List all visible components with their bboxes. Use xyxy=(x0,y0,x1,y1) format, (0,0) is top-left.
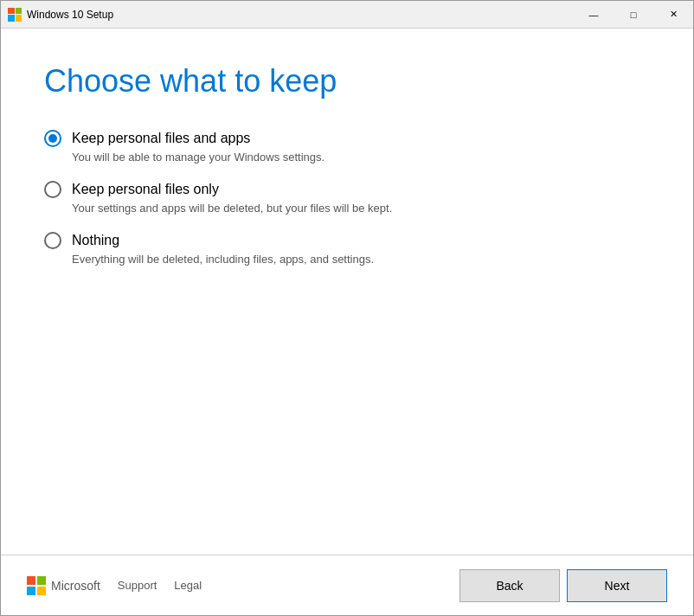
microsoft-logo: Microsoft xyxy=(27,576,100,595)
footer-buttons: Back Next xyxy=(459,569,667,602)
maximize-button[interactable]: □ xyxy=(614,1,653,29)
option-keep-all-label: Keep personal files and apps xyxy=(72,131,250,146)
footer-left: Microsoft Support Legal xyxy=(27,576,202,595)
option-keep-files-label: Keep personal files only xyxy=(72,182,219,197)
ms-squares-icon xyxy=(27,576,46,595)
support-link[interactable]: Support xyxy=(118,579,157,592)
microsoft-label: Microsoft xyxy=(51,579,100,593)
titlebar: Windows 10 Setup — □ ✕ xyxy=(1,1,693,29)
option-keep-all: Keep personal files and apps You will be… xyxy=(44,130,650,164)
window-title: Windows 10 Setup xyxy=(27,9,113,21)
legal-link[interactable]: Legal xyxy=(174,579,202,592)
radio-nothing[interactable] xyxy=(44,232,61,249)
footer: Microsoft Support Legal Back Next xyxy=(1,555,693,615)
window-controls: — □ ✕ xyxy=(574,1,693,29)
option-keep-files-row[interactable]: Keep personal files only xyxy=(44,181,650,198)
next-button[interactable]: Next xyxy=(567,569,667,602)
titlebar-left: Windows 10 Setup xyxy=(8,8,113,22)
ms-sq-blue xyxy=(27,587,35,595)
ms-sq-green xyxy=(37,576,46,585)
app-icon xyxy=(8,8,22,22)
close-button[interactable]: ✕ xyxy=(653,1,693,29)
main-content: Choose what to keep Keep personal files … xyxy=(1,29,693,555)
option-nothing-label: Nothing xyxy=(72,233,119,248)
back-button[interactable]: Back xyxy=(459,569,560,602)
option-nothing-desc: Everything will be deleted, including fi… xyxy=(72,253,650,266)
option-nothing: Nothing Everything will be deleted, incl… xyxy=(44,232,650,266)
radio-keep-files[interactable] xyxy=(44,181,61,198)
page-title: Choose what to keep xyxy=(44,63,650,99)
option-keep-all-row[interactable]: Keep personal files and apps xyxy=(44,130,650,147)
minimize-button[interactable]: — xyxy=(574,1,614,29)
setup-window: Windows 10 Setup — □ ✕ Choose what to ke… xyxy=(0,0,694,616)
radio-keep-all-dot xyxy=(48,134,57,143)
ms-sq-red xyxy=(27,576,35,585)
option-keep-files-desc: Your settings and apps will be deleted, … xyxy=(72,202,650,215)
ms-sq-yellow xyxy=(37,587,46,595)
radio-keep-all[interactable] xyxy=(44,130,61,147)
option-keep-files: Keep personal files only Your settings a… xyxy=(44,181,650,215)
options-list: Keep personal files and apps You will be… xyxy=(44,130,650,266)
option-keep-all-desc: You will be able to manage your Windows … xyxy=(72,151,650,164)
option-nothing-row[interactable]: Nothing xyxy=(44,232,650,249)
